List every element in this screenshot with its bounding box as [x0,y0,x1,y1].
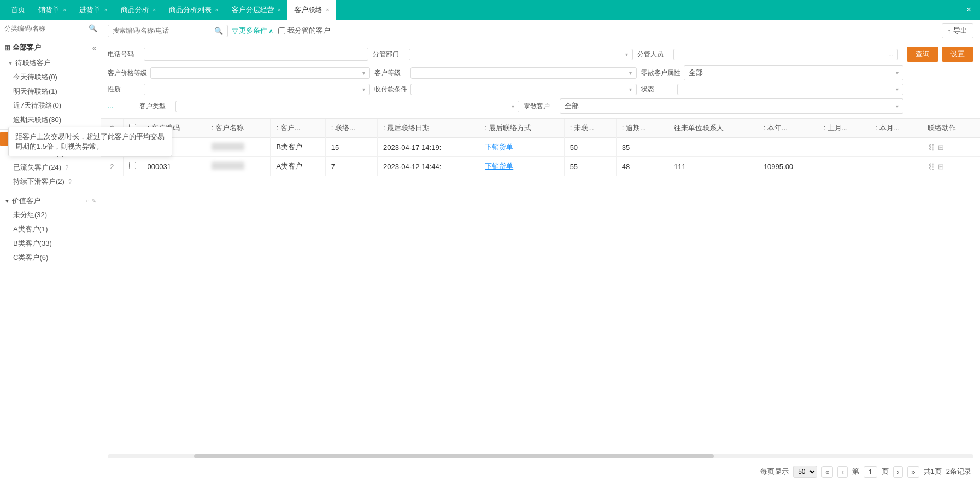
contact-method-link-1[interactable]: 下销货单 [485,143,513,151]
filter-cell-retail-customer: 零散客户 全部 ▾ [524,98,903,114]
row-checkbox-2[interactable] [129,162,136,169]
sidebar-item-7day-contact[interactable]: 近7天待联络(0) [0,98,101,113]
scrollbar-thumb[interactable] [194,454,713,458]
nav-customer-contact[interactable]: 客户联络 × [287,0,336,20]
table-row: 1 000039 B类客户 15 2023-04-17 14:19: 下销货单 … [101,138,980,157]
my-customer-checkbox[interactable] [278,27,285,34]
status-select[interactable]: ▾ [677,84,903,95]
close-product-analysis-list-icon[interactable]: × [215,7,218,13]
advanced-filters: 电话号码 分管部门 ▾ 分管人员 ... 查询 设置 [101,42,980,119]
chevron-up-icon: ∧ [268,27,274,35]
main-search-input[interactable] [113,27,212,34]
td-name-1 [206,138,271,157]
export-button[interactable]: ↑ 导出 [942,23,974,38]
retail-customer-select[interactable]: 全部 ▾ [560,98,903,114]
sidebar-search-input[interactable] [4,25,86,32]
th-last-method: : 最后联络方式 [479,119,564,138]
td-checkbox-2 [123,157,142,176]
more-conditions-btn[interactable]: ▽ 更多条件 ∧ [232,26,274,36]
th-this-month: : 本月... [870,119,922,138]
sidebar-group-pending-contact[interactable]: ▼ 待联络客户 [0,56,101,70]
sidebar-search-area: 🔍 [0,20,101,37]
sidebar-item-overdue-contact[interactable]: 逾期未联络(30) [0,113,101,127]
sidebar-item-today-contact[interactable]: 今天待联络(0) [0,70,101,84]
main-search-icon[interactable]: 🔍 [214,27,223,35]
th-overdue: : 逾期... [616,119,668,138]
action-link-icon-2[interactable]: ⛓ [928,162,935,171]
gender-select[interactable]: ▾ [144,84,370,95]
action-link-icon-1[interactable]: ⛓ [928,143,935,152]
close-product-analysis-icon[interactable]: × [152,7,156,13]
chevron-down-icon4: ▾ [896,70,899,76]
settings-button[interactable]: 设置 [942,47,973,62]
arrow-down-icon: ▼ [8,60,13,66]
top-navigation: 首页 销货单 × 进货单 × 商品分析 × 商品分析列表 × 客户分层经营 × … [0,0,980,20]
sidebar-item-churned[interactable]: 已流失客户(24) ? [0,160,101,175]
sidebar-collapse-icon[interactable]: « [92,44,96,52]
sidebar-item-unclassified[interactable]: 未分组(32) [0,208,101,222]
filter-bar: 🔍 ▽ 更多条件 ∧ 我分管的客户 ↑ 导出 [101,20,980,42]
td-last-date-1: 2023-04-17 14:19: [378,138,479,157]
action-grid-icon-2[interactable]: ⊞ [938,162,944,171]
sidebar-group-value-customers[interactable]: ▼ 价值客户 ○ ✎ [0,194,101,208]
filter-cell-customer-grade: 客户等级 ▾ [374,67,637,79]
per-page-select[interactable]: 50 [793,466,817,478]
phone-input[interactable] [144,48,368,61]
horizontal-scrollbar[interactable] [108,454,973,458]
nav-sales-order[interactable]: 销货单 × [32,0,73,20]
sidebar-item-class-c[interactable]: C类客户(6) [0,251,101,265]
nav-purchase-order[interactable]: 进货单 × [73,0,114,20]
chevron-down-icon9: ▾ [896,103,899,109]
window-close-button[interactable]: × [962,5,976,15]
filter-cell-payment: 收付款条件 ▾ [374,84,637,95]
sidebar-item-tomorrow-contact[interactable]: 明天待联络(1) [0,84,101,98]
filter-actions: 查询 设置 [907,47,973,62]
last-page-btn[interactable]: » [907,466,919,478]
sidebar-all-customers[interactable]: ⊞ 全部客户 « [0,39,101,56]
th-last-month: : 上月... [818,119,870,138]
manager-select[interactable]: ... [673,49,898,60]
first-page-btn[interactable]: « [821,466,833,478]
filter-cell-phone: 电话号码 [108,48,368,61]
td-contact-2: 7 [325,157,377,176]
close-customer-contact-icon[interactable]: × [326,7,329,13]
close-sales-order-icon[interactable]: × [63,7,66,13]
sidebar-item-class-b[interactable]: B类客户(33) [0,236,101,251]
prev-page-btn[interactable]: ‹ [837,466,847,478]
action-grid-icon-1[interactable]: ⊞ [938,143,944,152]
td-last-month-1 [818,138,870,157]
td-uncontacted-2: 55 [564,157,616,176]
sidebar-item-class-a[interactable]: A类客户(1) [0,222,101,236]
close-customer-tier-icon[interactable]: × [278,7,281,13]
contact-method-link-2[interactable]: 下销货单 [485,162,513,170]
nav-home[interactable]: 首页 [4,0,32,20]
query-button[interactable]: 查询 [907,47,938,62]
filter-row-4: ... 客户类型 ▾ 零散客户 全部 ▾ [108,98,973,114]
td-unit-contact-2: 111 [668,157,758,176]
filter-cell-gender: 性质 ▾ [108,84,370,95]
payment-select[interactable]: ▾ [410,84,637,95]
table-row: 2 000031 A类客户 7 2023-04-12 14:44: 下销货单 5… [101,157,980,176]
arrow-down-icon2: ▼ [4,198,10,204]
next-page-btn[interactable]: › [893,466,903,478]
customer-grade-select[interactable]: ▾ [410,67,637,79]
sidebar-item-declining[interactable]: 持续下滑客户(2) ? [0,175,101,189]
main-layout: 🔍 ⊞ 全部客户 « ▼ 待联络客户 今天待联络(0) 明天待联络(1) 近7天… [0,20,980,482]
th-unit-contact: 往来单位联系人 [668,119,758,138]
blurred-name-1 [212,143,244,150]
price-tier-select[interactable]: ▾ [150,67,370,79]
my-customer-checkbox-label[interactable]: 我分管的客户 [278,26,330,36]
nav-customer-tier[interactable]: 客户分层经营 × [225,0,287,20]
chevron-down-icon5: ▾ [362,86,365,92]
customer-type-select[interactable]: ▾ [175,101,519,112]
branch-select[interactable]: ▾ [409,49,633,60]
sidebar-search-icon[interactable]: 🔍 [89,24,97,32]
value-group-edit-icon[interactable]: ○ ✎ [86,198,96,205]
current-page: 1 [864,466,877,478]
sidebar-content: ⊞ 全部客户 « ▼ 待联络客户 今天待联络(0) 明天待联络(1) 近7天待联… [0,37,101,482]
nav-product-analysis[interactable]: 商品分析 × [114,0,162,20]
retail-attr-select[interactable]: 全部 ▾ [684,65,903,80]
close-purchase-order-icon[interactable]: × [104,7,107,13]
nav-product-analysis-list[interactable]: 商品分析列表 × [162,0,225,20]
content-area: 🔍 ▽ 更多条件 ∧ 我分管的客户 ↑ 导出 电话号码 [101,20,980,482]
